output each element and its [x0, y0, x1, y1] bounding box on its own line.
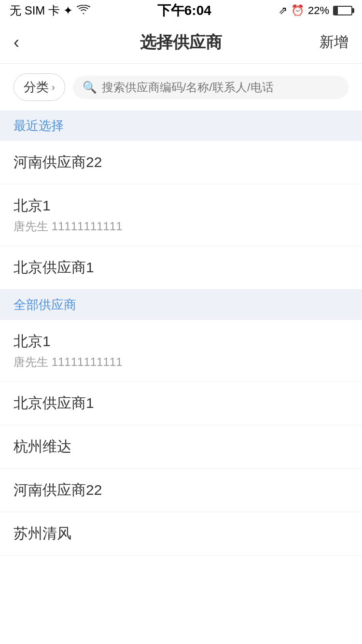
item-name: 北京供应商1: [14, 258, 348, 278]
page-title: 选择供应商: [140, 31, 222, 54]
list-item[interactable]: 河南供应商22: [0, 469, 362, 512]
status-bar-right: ⇗ ⏰ 22%: [278, 4, 352, 17]
sim-status: 无 SIM 卡 ✦: [10, 3, 73, 18]
filter-bar: 分类 › 🔍: [0, 64, 362, 111]
search-icon: 🔍: [83, 81, 97, 94]
item-name: 北京1: [14, 196, 348, 216]
category-button[interactable]: 分类 ›: [14, 73, 65, 101]
chevron-right-icon: ›: [52, 82, 55, 93]
item-name: 河南供应商22: [14, 153, 348, 172]
item-name: 北京1: [14, 332, 348, 351]
list-item[interactable]: 河南供应商22: [0, 141, 362, 184]
category-label: 分类: [24, 79, 49, 96]
add-button[interactable]: 新增: [320, 32, 348, 52]
list-item[interactable]: 北京供应商1: [0, 246, 362, 290]
item-contact: 唐先生 11111111111: [14, 219, 348, 234]
battery-percent: 22%: [308, 4, 329, 17]
battery-fill: [334, 7, 338, 14]
list-item[interactable]: 北京1 唐先生 11111111111: [0, 184, 362, 246]
list-item[interactable]: 北京供应商1: [0, 382, 362, 425]
status-bar-time: 下午6:04: [157, 1, 211, 20]
list-item[interactable]: 杭州维达: [0, 425, 362, 469]
item-name: 杭州维达: [14, 437, 348, 457]
wifi-icon: [77, 4, 90, 17]
item-contact: 唐先生 11111111111: [14, 354, 348, 370]
status-bar: 无 SIM 卡 ✦ 下午6:04 ⇗ ⏰ 22%: [0, 0, 362, 21]
recent-list: 河南供应商22 北京1 唐先生 11111111111 北京供应商1: [0, 141, 362, 290]
nav-bar: ‹ 选择供应商 新增: [0, 21, 362, 64]
list-item[interactable]: 苏州清风: [0, 512, 362, 556]
item-name: 苏州清风: [14, 524, 348, 544]
recent-section-header: 最近选择: [0, 111, 362, 141]
recent-section-label: 最近选择: [14, 118, 64, 133]
item-name: 北京供应商1: [14, 393, 348, 413]
location-icon: ⇗: [278, 4, 287, 17]
all-section-header: 全部供应商: [0, 290, 362, 320]
list-item[interactable]: 北京1 唐先生 11111111111: [0, 320, 362, 382]
all-list: 北京1 唐先生 11111111111 北京供应商1 杭州维达 河南供应商22 …: [0, 320, 362, 556]
item-name: 河南供应商22: [14, 480, 348, 500]
back-button[interactable]: ‹: [14, 32, 42, 53]
search-input[interactable]: [102, 81, 339, 94]
alarm-icon: ⏰: [291, 4, 304, 17]
search-box[interactable]: 🔍: [73, 76, 348, 99]
battery-icon: [333, 6, 352, 15]
all-section-label: 全部供应商: [14, 297, 76, 312]
status-bar-left: 无 SIM 卡 ✦: [10, 3, 90, 18]
